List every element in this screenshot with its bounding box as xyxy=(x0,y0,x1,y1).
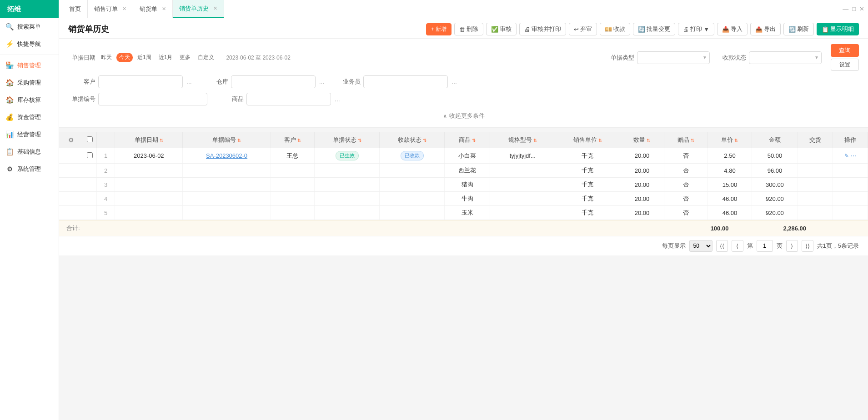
tab-sales-order[interactable]: 销售订单 ✕ xyxy=(88,0,133,18)
refresh-button[interactable]: 🔃 刷新 xyxy=(783,23,814,35)
td-qty-1: 20.00 xyxy=(620,164,664,178)
sidebar-item-system[interactable]: ⚙ 系统管理 xyxy=(0,160,59,178)
pagination: 每页显示 50 100 200 ⟨⟨ ⟨ 第 页 ⟩ ⟩⟩ 共1页，5条记录 xyxy=(59,236,868,255)
window-maximize[interactable]: □ xyxy=(852,5,856,12)
filter-type-select[interactable] xyxy=(637,51,710,64)
window-minimize[interactable]: — xyxy=(843,5,848,12)
date-shortcut-month[interactable]: 近1月 xyxy=(156,53,176,62)
tab-history[interactable]: 销货单历史 ✕ xyxy=(173,0,224,18)
date-shortcut-week[interactable]: 近1周 xyxy=(135,53,154,62)
td-price-3: 46.00 xyxy=(708,192,752,206)
show-detail-button[interactable]: 📋 显示明细 xyxy=(817,23,859,35)
filter-customer-ellipsis[interactable]: ... xyxy=(186,78,192,85)
filter-staff-ellipsis[interactable]: ... xyxy=(452,78,457,85)
filter-payment-select[interactable] xyxy=(749,51,822,64)
docno-link-0[interactable]: SA-20230602-0 xyxy=(206,152,247,159)
sort-docstatus-icon: ⇅ xyxy=(358,138,361,143)
page-label: 第 xyxy=(747,242,753,250)
td-price-1: 4.80 xyxy=(708,164,752,178)
collect-button[interactable]: 💴 收款 xyxy=(600,23,630,35)
per-page-select[interactable]: 50 100 200 xyxy=(689,240,712,252)
tab-home-label: 首页 xyxy=(69,5,81,13)
td-price-0: 2.50 xyxy=(708,148,752,164)
th-paymentstatus[interactable]: 收款状态⇅ xyxy=(380,132,445,148)
date-shortcut-today[interactable]: 今天 xyxy=(116,53,133,62)
sidebar-item-operations-label: 经营管理 xyxy=(17,130,41,139)
td-settings-1 xyxy=(59,164,83,178)
approve-button[interactable]: ✅ 审核 xyxy=(486,23,517,35)
td-date-2 xyxy=(115,178,183,192)
sidebar-item-inventory[interactable]: 🏠 库存核算 xyxy=(0,91,59,109)
tab-delivery[interactable]: 销货单 ✕ xyxy=(133,0,173,18)
th-qty[interactable]: 数量⇅ xyxy=(620,132,664,148)
import-icon: 📥 xyxy=(722,26,729,33)
page-last[interactable]: ⟩⟩ xyxy=(802,240,813,252)
sidebar-item-operations[interactable]: 📊 经营管理 xyxy=(0,126,59,143)
th-goods[interactable]: 商品⇅ xyxy=(445,132,490,148)
batch-change-button[interactable]: 🔄 批量变更 xyxy=(633,23,675,35)
td-checkbox-3 xyxy=(83,192,97,206)
collapse-button[interactable]: ∧ 收起更多条件 xyxy=(68,110,859,122)
window-close[interactable]: ✕ xyxy=(859,5,864,12)
filter-customer-input[interactable] xyxy=(98,75,183,88)
td-docno-0: SA-20230602-0 xyxy=(183,148,271,164)
tab-delivery-close[interactable]: ✕ xyxy=(162,6,166,12)
date-shortcut-more[interactable]: 更多 xyxy=(177,53,193,62)
td-qty-4: 20.00 xyxy=(620,206,664,220)
abandon-button[interactable]: ↩ 弃审 xyxy=(569,23,597,35)
row-checkbox-0[interactable] xyxy=(87,152,93,158)
th-gift[interactable]: 赠品⇅ xyxy=(664,132,708,148)
new-button[interactable]: + 新增 xyxy=(426,23,452,35)
sidebar-item-search[interactable]: 🔍 搜索菜单 xyxy=(0,18,59,35)
action-edit-0[interactable]: ✎ xyxy=(844,153,849,159)
td-goods-0: 小白菜 xyxy=(445,148,490,164)
date-shortcut-yesterday[interactable]: 昨天 xyxy=(98,53,115,62)
sidebar-item-nav[interactable]: ⚡ 快捷导航 xyxy=(0,35,59,53)
filter-warehouse-input[interactable] xyxy=(231,75,316,88)
th-date[interactable]: 单据日期⇅ xyxy=(115,132,183,148)
th-docstatus[interactable]: 单据状态⇅ xyxy=(315,132,380,148)
tab-sales-order-close[interactable]: ✕ xyxy=(122,6,126,12)
purchase-icon: 🏠 xyxy=(5,79,14,87)
sort-unit-icon: ⇅ xyxy=(598,138,602,143)
export-button[interactable]: 📤 导出 xyxy=(750,23,781,35)
sidebar-item-basic[interactable]: 📋 基础信息 xyxy=(0,143,59,160)
query-button[interactable]: 查询 xyxy=(831,44,859,57)
page-prev[interactable]: ⟨ xyxy=(732,240,743,252)
th-spec[interactable]: 规格型号⇅ xyxy=(490,132,555,148)
approve-label: 审核 xyxy=(500,25,512,33)
page-header: 销货单历史 + 新增 🗑 删除 ✅ 审核 🖨 审核并打印 ↩ 弃审 💴 收款 xyxy=(59,18,868,39)
select-all-checkbox[interactable] xyxy=(87,136,93,142)
date-shortcut-custom[interactable]: 自定义 xyxy=(195,53,217,62)
approve-print-button[interactable]: 🖨 审核并打印 xyxy=(519,23,566,35)
filter-staff-input[interactable] xyxy=(363,75,448,88)
page-input[interactable] xyxy=(757,240,773,252)
sort-gift-icon: ⇅ xyxy=(691,138,694,143)
delete-button[interactable]: 🗑 删除 xyxy=(454,23,483,35)
page-first[interactable]: ⟨⟨ xyxy=(716,240,728,252)
setting-button[interactable]: 设置 xyxy=(831,59,859,71)
filter-goods-ellipsis[interactable]: ... xyxy=(335,95,340,103)
inventory-icon: 🏠 xyxy=(5,96,14,104)
tab-home[interactable]: 首页 xyxy=(63,0,88,18)
import-button[interactable]: 📥 导入 xyxy=(717,23,748,35)
sidebar-item-finance[interactable]: 💰 资金管理 xyxy=(0,109,59,126)
sidebar-item-sales[interactable]: 🏪 销售管理 xyxy=(0,57,59,74)
td-paymentstatus-1 xyxy=(380,164,445,178)
action-delete-0[interactable]: ⋯ xyxy=(851,153,856,159)
sidebar-item-system-label: 系统管理 xyxy=(17,165,41,173)
th-customer[interactable]: 客户⇅ xyxy=(271,132,315,148)
filter-goods-input[interactable] xyxy=(246,93,331,105)
th-settings[interactable]: ⚙ xyxy=(59,132,83,148)
th-docno[interactable]: 单据编号⇅ xyxy=(183,132,271,148)
th-unit[interactable]: 销售单位⇅ xyxy=(555,132,620,148)
sidebar-item-purchase[interactable]: 🏠 采购管理 xyxy=(0,74,59,91)
tab-history-close[interactable]: ✕ xyxy=(213,5,217,11)
filter-docno-input[interactable] xyxy=(98,93,207,105)
td-goods-4: 玉米 xyxy=(445,206,490,220)
filter-warehouse-ellipsis[interactable]: ... xyxy=(319,78,325,85)
print-button[interactable]: 🖨 打印 ▼ xyxy=(678,23,714,35)
th-price[interactable]: 单价⇅ xyxy=(708,132,752,148)
page-next[interactable]: ⟩ xyxy=(786,240,798,252)
filter-date-item: 单据日期 昨天 今天 近1周 近1月 更多 自定义 xyxy=(68,53,217,62)
